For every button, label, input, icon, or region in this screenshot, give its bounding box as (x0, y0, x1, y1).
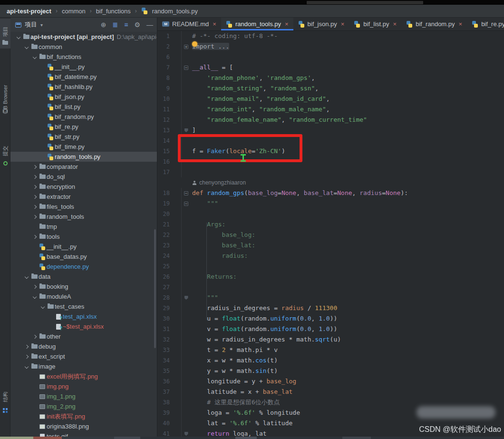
code-line-23[interactable]: 23 base_lat: (157, 240, 504, 251)
tree-item-bif_random.py[interactable]: bif_random.py (10, 112, 157, 122)
code-line-20[interactable]: 20 (157, 209, 504, 219)
code-line-37[interactable]: 37 latitude = x + base_lat (157, 387, 504, 397)
fold-collapse-icon[interactable]: − (184, 202, 188, 206)
tree-item-excel用例填写.png[interactable]: excel用例填写.png (10, 371, 157, 381)
breadcrumb-bif-functions[interactable]: bif_functions (96, 8, 131, 15)
code-area[interactable]: 1# -*- coding: utf-8 -*-2+import ...67−_… (157, 31, 504, 439)
tree-item-bif_functions[interactable]: bif_functions (10, 52, 157, 62)
breadcrumb-file[interactable]: random_tools.py (152, 8, 198, 15)
code-line-24[interactable]: 24 radius: (157, 251, 504, 261)
code-line-31[interactable]: 31 v = float(random.uniform(0.0, 1.0)) (157, 324, 504, 334)
close-icon[interactable]: × (459, 20, 463, 28)
code-line-26[interactable]: 26 Returns: (157, 272, 504, 282)
chevron-down-icon[interactable] (23, 273, 30, 280)
tab-bif_random.py[interactable]: bif_random.py× (401, 18, 467, 30)
code-line-29[interactable]: 29 radius_in_degrees = radius / 111300 (157, 303, 504, 313)
tree-item-__init__.py[interactable]: __init__.py (10, 62, 157, 72)
fold-expand-icon[interactable]: + (184, 45, 188, 49)
tree-item-bif_hashlib.py[interactable]: bif_hashlib.py (10, 82, 157, 92)
code-line-35[interactable]: 35 y = w * math.sin(t) (157, 366, 504, 376)
code-line-34[interactable]: 34 x = w * math.cos(t) (157, 355, 504, 366)
chevron-right-icon[interactable] (31, 234, 38, 240)
tree-item-origina388l.png[interactable]: origina388l.png (10, 421, 157, 431)
tree-item-img_2.png[interactable]: img_2.png (10, 401, 157, 411)
tree-item-test_cases[interactable]: test_cases (10, 302, 157, 312)
close-icon[interactable]: × (393, 20, 397, 28)
chevron-down-icon[interactable] (23, 44, 30, 50)
toolwindow-commit-button[interactable]: 提交 (0, 139, 10, 168)
tree-item-base_datas.py[interactable]: base_datas.py (10, 252, 157, 262)
chevron-right-icon[interactable] (31, 174, 38, 180)
tree-item-image[interactable]: image (10, 361, 157, 371)
tree-scrollbar[interactable] (154, 229, 156, 348)
tree-item-bif_datetime.py[interactable]: bif_datetime.py (10, 72, 157, 82)
tree-item-booking[interactable]: booking (10, 282, 157, 292)
tree-item-tools[interactable]: tools (10, 232, 157, 242)
tree-item-api-test-project [api_project][interactable]: api-test-project [api_project]D:\apk_api… (10, 32, 157, 42)
tab-random_tools.py[interactable]: random_tools.py× (221, 18, 293, 30)
tree-item-test_api.xlsx[interactable]: test_api.xlsx (10, 312, 157, 322)
tree-item-bif_json.py[interactable]: bif_json.py (10, 92, 157, 102)
chevron-right-icon[interactable] (23, 343, 30, 350)
chevron-right-icon[interactable] (31, 204, 38, 210)
tree-item-bif_re.py[interactable]: bif_re.py (10, 122, 157, 132)
tree-item-common[interactable]: common (10, 42, 157, 52)
toolwindow-db-browser-button[interactable]: DB Browser (0, 77, 10, 117)
code-line-1[interactable]: 1# -*- coding: utf-8 -*- (157, 31, 504, 41)
hide-icon[interactable]: — (146, 21, 153, 29)
tree-item-init表填写.png[interactable]: init表填写.png (10, 411, 157, 421)
settings-icon[interactable]: ⚙ (134, 21, 140, 29)
tree-item-files_tools[interactable]: files_tools (10, 202, 157, 212)
code-line-12[interactable]: 12 "random_female_name", "random_current… (157, 115, 504, 125)
chevron-right-icon[interactable] (31, 164, 38, 170)
chevron-right-icon[interactable] (31, 283, 38, 290)
code-line-18[interactable]: 18−def random_gps(base_log=None, base_la… (157, 188, 504, 198)
tree-item-bif_time.py[interactable]: bif_time.py (10, 142, 157, 152)
chevron-down-icon[interactable] (31, 54, 38, 60)
code-line-32[interactable]: 32 w = radius_in_degrees * math.sqrt(u) (157, 334, 504, 345)
tree-item-other[interactable]: other (10, 332, 157, 341)
tree-item-extractor[interactable]: extractor (10, 192, 157, 202)
expand-all-icon[interactable]: ≣ (113, 21, 118, 29)
code-line-8[interactable]: 8 'random_phone', 'random_gps', (157, 73, 504, 83)
tab-README.md[interactable]: README.md× (157, 18, 221, 30)
chevron-down-icon[interactable] (39, 303, 46, 310)
code-line-33[interactable]: 33 t = 2 * math.pi * v (157, 345, 504, 355)
close-icon[interactable]: × (341, 20, 345, 28)
code-line-21[interactable]: 21 Args: (157, 219, 504, 230)
tree-item-comparator[interactable]: comparator (10, 162, 157, 172)
tree-item-tmp[interactable]: tmp (10, 222, 157, 232)
tree-item-__init__.py[interactable]: __init__.py (10, 242, 157, 252)
chevron-right-icon[interactable] (31, 184, 38, 190)
project-panel-title[interactable]: 项目 (25, 20, 37, 29)
code-line-6[interactable]: 6 (157, 52, 504, 62)
chevron-right-icon[interactable] (31, 194, 38, 200)
tree-item-ext_script[interactable]: ext_script (10, 351, 157, 361)
chevron-down-icon[interactable] (31, 293, 38, 300)
tree-item-debug[interactable]: debug (10, 341, 157, 351)
chevron-down-icon[interactable] (15, 34, 22, 40)
tab-bif_json.py[interactable]: bif_json.py× (293, 18, 349, 30)
code-line-28[interactable]: 28 """ (157, 293, 504, 303)
code-line-36[interactable]: 36 longitude = y + base_log (157, 376, 504, 387)
chevron-down-icon[interactable] (23, 363, 30, 370)
tree-item-bif_list.py[interactable]: bif_list.py (10, 102, 157, 112)
code-line-25[interactable]: 25 (157, 261, 504, 272)
tree-item-do_sql[interactable]: do_sql (10, 172, 157, 182)
code-line-11[interactable]: 11 "random_int", "random_male_name", (157, 104, 504, 115)
code-line-7[interactable]: 7−__all__ = [ (157, 62, 504, 73)
fold-collapse-icon[interactable]: − (184, 66, 188, 70)
code-line-9[interactable]: 9 "random_string", "random_ssn", (157, 83, 504, 94)
breadcrumb-common[interactable]: common (62, 8, 86, 15)
intention-bulb-icon[interactable] (192, 41, 197, 47)
close-icon[interactable]: × (213, 20, 216, 28)
tab-bif_re.py[interactable]: bif_re.py× (467, 18, 504, 30)
tree-item-img.png[interactable]: img.png (10, 381, 157, 391)
chevron-right-icon[interactable] (31, 333, 38, 340)
tree-item-~$test_api.xlsx[interactable]: ~$test_api.xlsx (10, 322, 157, 332)
locate-icon[interactable]: ⊕ (101, 21, 107, 29)
tree-item-encryption[interactable]: encryption (10, 182, 157, 192)
tree-item-moduleA[interactable]: moduleA (10, 292, 157, 302)
tree-item-bif_str.py[interactable]: bif_str.py (10, 132, 157, 142)
chevron-down-icon[interactable]: ▾ (40, 22, 43, 28)
